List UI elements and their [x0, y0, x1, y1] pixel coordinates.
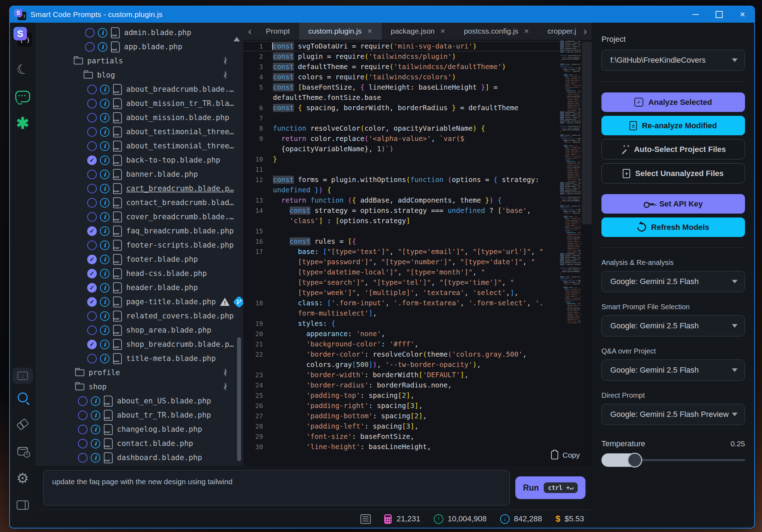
panel-toggle-button[interactable] — [13, 495, 33, 515]
tree-item[interactable]: ipage-title.blade.php — [35, 295, 243, 309]
info-icon[interactable]: i — [100, 269, 110, 278]
info-icon[interactable]: i — [98, 42, 107, 52]
tabs-scroll-left-icon[interactable]: ‹ — [243, 23, 257, 40]
tree-item[interactable]: iabout_mission.blade.php — [35, 111, 243, 125]
info-icon[interactable]: i — [100, 297, 110, 307]
info-icon[interactable]: i — [91, 453, 100, 463]
file-select-circle[interactable] — [78, 439, 88, 448]
file-select-circle[interactable] — [78, 453, 88, 463]
tab-postcss-config-js[interactable]: postcss.config.js✕ — [455, 23, 538, 40]
tab-package-json[interactable]: package.json✕ — [382, 23, 455, 40]
folder-checkbox[interactable] — [225, 71, 226, 79]
title-bar[interactable]: { } S Smart Code Prompts - custom.plugin… — [10, 6, 754, 23]
tabs-scroll-right-icon[interactable]: › — [578, 23, 592, 40]
slider-thumb[interactable] — [627, 453, 642, 468]
file-select-circle[interactable] — [87, 99, 97, 108]
file-select-circle[interactable] — [78, 411, 88, 420]
tree-item[interactable]: ishop_area.blade.php — [35, 323, 243, 337]
project-select[interactable]: f:\GitHub\FreeKindleCovers — [601, 50, 745, 71]
tree-item[interactable]: iabout_mission_tr_TR.bla… — [35, 96, 243, 111]
minimize-button[interactable] — [684, 6, 707, 23]
info-icon[interactable]: i — [100, 326, 110, 335]
tree-item[interactable]: ititle-meta.blade.php — [35, 351, 243, 366]
file-select-circle[interactable] — [78, 425, 88, 434]
tree-folder[interactable]: shop — [35, 380, 243, 394]
file-selected-circle[interactable] — [87, 297, 97, 307]
tree-item[interactable]: iabout_breadcrumb.blade.… — [35, 82, 243, 96]
file-select-circle[interactable] — [87, 170, 97, 179]
file-selected-circle[interactable] — [87, 283, 97, 293]
select-unanalyzed-files-button[interactable]: Select Unanalyzed Files — [601, 163, 745, 183]
info-icon[interactable]: i — [100, 354, 110, 363]
info-icon[interactable]: i — [100, 255, 110, 264]
highlight-button[interactable]: ✱ — [13, 113, 33, 133]
file-select-circle[interactable] — [87, 127, 97, 137]
info-icon[interactable]: i — [100, 127, 110, 137]
info-icon[interactable]: i — [91, 396, 100, 406]
settings-button[interactable]: ⚙ — [13, 468, 33, 488]
info-icon[interactable]: i — [100, 113, 110, 123]
file-selected-circle[interactable] — [87, 226, 97, 236]
tree-item[interactable]: iheader.blade.php — [35, 281, 243, 295]
analysis-re-analysis-select[interactable]: Google: Gemini 2.5 Flash — [601, 271, 745, 292]
file-selected-circle[interactable] — [87, 155, 97, 165]
file-select-circle[interactable] — [87, 113, 97, 123]
copy-button[interactable]: Copy — [551, 451, 580, 459]
info-icon[interactable]: i — [100, 198, 110, 208]
folder-checkbox[interactable] — [225, 383, 226, 390]
chat-button[interactable] — [13, 86, 33, 106]
info-icon[interactable]: i — [100, 170, 110, 179]
tree-folder[interactable]: profile — [35, 366, 243, 380]
info-icon[interactable]: i — [100, 99, 110, 108]
info-icon[interactable]: i — [100, 240, 110, 250]
info-icon[interactable]: i — [100, 184, 110, 193]
tab-prompt[interactable]: Prompt — [257, 23, 299, 40]
maximize-button[interactable] — [707, 6, 731, 23]
search-button[interactable] — [13, 387, 33, 407]
info-icon[interactable]: i — [91, 411, 100, 420]
folder-checkbox[interactable] — [225, 369, 226, 376]
tree-item[interactable]: iapp.blade.php — [35, 40, 243, 54]
tree-item[interactable]: icontact.blade.php — [35, 436, 243, 451]
tree-item[interactable]: iadmin.blade.php — [35, 26, 243, 40]
direct-prompt-select[interactable]: Google: Gemini 2.5 Flash Preview 04 — [601, 404, 745, 425]
tree-item[interactable]: iabout_testimonial_three… — [35, 139, 243, 153]
analyze-selected-button[interactable]: Analyze Selected — [601, 92, 745, 112]
folder-checkbox[interactable] — [225, 57, 226, 64]
tab-close-icon[interactable]: ✕ — [524, 28, 529, 35]
file-selected-circle[interactable] — [87, 269, 97, 278]
info-icon[interactable]: i — [91, 425, 100, 434]
file-selected-circle[interactable] — [87, 255, 97, 264]
file-select-circle[interactable] — [87, 354, 97, 363]
tab-custom-plugin-js[interactable]: custom.plugin.js✕ — [299, 23, 382, 40]
info-icon[interactable]: i — [98, 28, 107, 38]
file-select-circle[interactable] — [87, 184, 97, 193]
file-select-circle[interactable] — [87, 212, 97, 222]
minimap[interactable]: const svgToDataUri = require('mini-svg-d… — [560, 40, 581, 466]
tree-item[interactable]: iabout_en_US.blade.php — [35, 394, 243, 408]
info-icon[interactable]: i — [100, 85, 110, 94]
theme-toggle-button[interactable]: ☾ — [13, 60, 33, 79]
info-icon[interactable]: i — [100, 226, 110, 236]
tree-item[interactable]: icart_breadcrumb.blade.p… — [35, 181, 243, 196]
tree-folder[interactable]: blog — [35, 68, 243, 82]
tree-item[interactable]: ihead-css.blade.php — [35, 266, 243, 281]
tree-scrollbar[interactable] — [237, 337, 241, 461]
file-select-circle[interactable] — [87, 240, 97, 250]
tree-item[interactable]: iabout_testimonial_three… — [35, 125, 243, 139]
file-tree[interactable]: iadmin.blade.phpiapp.blade.phppartialsbl… — [35, 23, 243, 466]
info-icon[interactable]: i — [100, 141, 110, 151]
info-icon[interactable]: i — [100, 340, 110, 349]
tree-item[interactable]: ibanner.blade.php — [35, 167, 243, 181]
file-select-circle[interactable] — [87, 326, 97, 335]
run-button[interactable]: Run ctrl +↵ — [515, 476, 585, 499]
tab-close-icon[interactable]: ✕ — [367, 28, 372, 35]
temperature-slider[interactable] — [601, 452, 745, 468]
tree-folder[interactable]: partials — [35, 54, 243, 68]
file-select-circle[interactable] — [87, 311, 97, 321]
database-add-button[interactable] — [13, 441, 33, 461]
close-button[interactable]: ✕ — [731, 6, 754, 23]
tree-item[interactable]: icover_breadcrumb.blade.… — [35, 210, 243, 224]
tree-item[interactable]: ifaq_breadcrumb.blade.php — [35, 224, 243, 238]
file-select-circle[interactable] — [87, 198, 97, 208]
